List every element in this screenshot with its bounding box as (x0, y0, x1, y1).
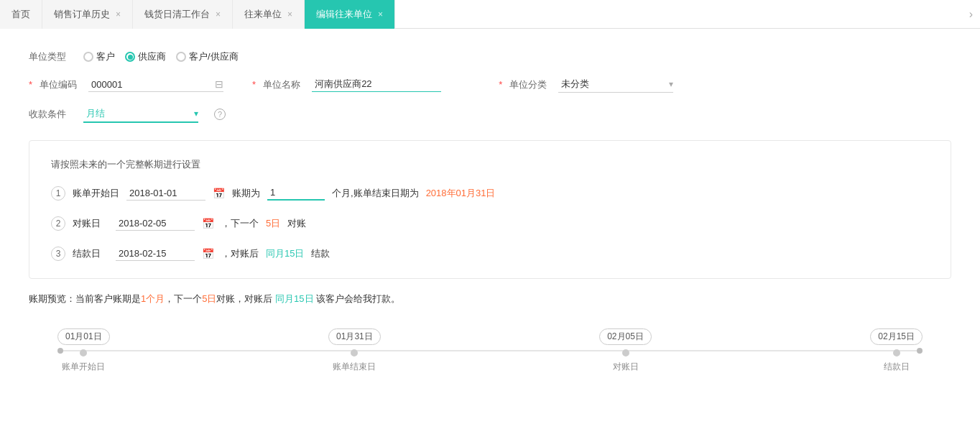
timeline-label-2: 对账日 (613, 361, 639, 373)
timeline-label-0: 账单开始日 (62, 361, 105, 373)
period-row-2-num: 2 (51, 216, 65, 231)
tab-sales-history-close[interactable]: × (116, 9, 121, 19)
period-row-3-label: 结款日 (73, 247, 108, 260)
period-row-2-cal-icon[interactable]: 📅 (202, 218, 214, 229)
payment-condition-chevron-icon: ▾ (194, 109, 198, 119)
period-row-2-label: 对账日 (73, 217, 108, 230)
tab-sales-history-label: 销售订单历史 (54, 8, 110, 21)
tab-home-label: 首页 (11, 8, 30, 21)
timeline-badge-3: 02月15日 (870, 328, 923, 345)
unit-category-star: * (499, 79, 502, 90)
timeline-dot-3 (893, 349, 900, 356)
period-row-3-cal-icon[interactable]: 📅 (202, 248, 214, 259)
radio-customer-supplier-label: 客户/供应商 (189, 50, 239, 63)
period-row-1-label: 账单开始日 (73, 187, 119, 200)
tab-edit-company[interactable]: 编辑往来单位 × (305, 0, 395, 29)
radio-customer-supplier-circle (176, 52, 186, 62)
preview-sep2: 对账，对账后 (216, 293, 272, 304)
timeline-item-3: 02月15日 结款日 (870, 328, 923, 373)
period-row-2-date[interactable] (116, 216, 195, 231)
period-card-title: 请按照未来的一个完整帐期进行设置 (51, 158, 929, 171)
tab-edit-company-close[interactable]: × (378, 9, 383, 19)
timeline-dot-2 (622, 349, 629, 356)
unit-type-radio-group: 客户 供应商 客户/供应商 (83, 50, 239, 63)
timeline-dot-0 (80, 349, 87, 356)
preview-sep1: ，下一个 (165, 293, 202, 304)
period-row-1-suffix-before: 账期为 (232, 187, 260, 200)
unit-category-chevron-icon: ▾ (669, 79, 673, 89)
tab-cash-work[interactable]: 钱货日清工作台 × (133, 0, 233, 29)
preview-reconcile: 5日 (202, 293, 216, 304)
period-month-input[interactable] (267, 185, 325, 201)
unit-code-star: * (29, 79, 32, 90)
period-row-2: 2 对账日 📅 ，下一个 5日 对账 (51, 216, 929, 231)
radio-customer-circle (83, 52, 93, 62)
period-row-1-date[interactable] (126, 186, 205, 201)
timeline-item-0: 01月01日 账单开始日 (57, 328, 110, 373)
period-row-1-highlight: 2018年01月31日 (426, 187, 496, 200)
unit-name-input[interactable] (312, 78, 441, 92)
timeline-badge-2: 02月05日 (599, 328, 652, 345)
tab-bar: 首页 销售订单历史 × 钱货日清工作台 × 往来单位 × 编辑往来单位 × › (0, 0, 980, 29)
timeline-badge-1: 01月31日 (328, 328, 381, 345)
payment-condition-label: 收款条件 (29, 108, 72, 121)
preview-text: 账期预览：当前客户账期是1个月，下一个5日对账，对账后 同月15日 该客户会给我… (29, 290, 951, 307)
preview-suffix: 该客户会给我打款。 (316, 293, 400, 304)
preview-period: 1个月 (141, 293, 165, 304)
radio-customer-supplier[interactable]: 客户/供应商 (176, 50, 239, 63)
unit-code-field: ⊟ (88, 78, 223, 92)
timeline-dot-1 (351, 349, 358, 356)
period-row-3-prefix: ，对账后 (221, 247, 259, 260)
period-row-1: 1 账单开始日 📅 账期为 个月,账单结束日期为 2018年01月31日 (51, 185, 929, 201)
radio-supplier[interactable]: 供应商 (125, 50, 166, 63)
period-row-2-highlight: 5日 (266, 217, 280, 230)
unit-info-row: * 单位编码 ⊟ * 单位名称 * 单位分类 未分类 ▾ (29, 76, 951, 93)
payment-condition-select[interactable]: 月结 ▾ (83, 106, 198, 123)
tab-more-chevron[interactable]: › (962, 8, 980, 21)
tab-related-company[interactable]: 往来单位 × (233, 0, 305, 29)
payment-condition-value: 月结 (83, 106, 191, 121)
tab-related-company-close[interactable]: × (287, 9, 292, 19)
period-row-1-suffix-after: 个月,账单结束日期为 (332, 187, 419, 200)
radio-supplier-circle (125, 52, 135, 62)
preview-payment: 同月15日 (275, 293, 313, 304)
unit-code-icon[interactable]: ⊟ (215, 78, 223, 90)
period-row-1-cal-icon[interactable]: 📅 (213, 188, 225, 199)
tab-home[interactable]: 首页 (0, 0, 42, 29)
radio-customer-label: 客户 (96, 50, 115, 63)
unit-category-select[interactable]: 未分类 ▾ (558, 76, 673, 93)
tab-related-company-label: 往来单位 (244, 8, 282, 21)
timeline: 01月01日 账单开始日 01月31日 账单结束日 02月05日 对账日 02月… (29, 321, 951, 380)
period-row-3: 3 结款日 📅 ，对账后 同月15日 结款 (51, 247, 929, 261)
period-row-3-suffix: 结款 (311, 247, 330, 260)
payment-condition-row: 收款条件 月结 ▾ ? (29, 106, 951, 123)
period-card: 请按照未来的一个完整帐期进行设置 1 账单开始日 📅 账期为 个月,账单结束日期… (29, 140, 951, 279)
unit-category-value: 未分类 (558, 76, 666, 92)
tab-edit-company-label: 编辑往来单位 (316, 8, 372, 21)
unit-name-label: 单位名称 (263, 78, 306, 91)
preview-label: 账期预览：当前客户账期是 (29, 293, 141, 304)
timeline-end-dot (917, 348, 923, 354)
timeline-label-3: 结款日 (884, 361, 910, 373)
timeline-item-2: 02月05日 对账日 (599, 328, 652, 373)
unit-type-row: 单位类型 客户 供应商 客户/供应商 (29, 50, 951, 63)
period-row-1-num: 1 (51, 186, 65, 201)
unit-category-label: 单位分类 (509, 78, 553, 91)
unit-name-star: * (252, 79, 256, 90)
tab-cash-work-close[interactable]: × (216, 9, 221, 19)
payment-help-icon[interactable]: ? (214, 109, 226, 120)
timeline-label-1: 账单结束日 (333, 361, 376, 373)
tab-cash-work-label: 钱货日清工作台 (144, 8, 210, 21)
unit-code-label: 单位编码 (40, 78, 83, 91)
timeline-items: 01月01日 账单开始日 01月31日 账单结束日 02月05日 对账日 02月… (57, 328, 923, 373)
period-row-3-date[interactable] (116, 247, 195, 261)
unit-code-input[interactable] (88, 78, 215, 91)
radio-supplier-dot (128, 55, 133, 60)
tab-sales-history[interactable]: 销售订单历史 × (42, 0, 133, 29)
timeline-start-dot (57, 348, 63, 354)
timeline-badge-0: 01月01日 (57, 328, 110, 345)
radio-customer[interactable]: 客户 (83, 50, 115, 63)
main-content: 单位类型 客户 供应商 客户/供应商 * 单位编码 (0, 29, 980, 437)
timeline-item-1: 01月31日 账单结束日 (328, 328, 381, 373)
period-row-2-prefix: ，下一个 (221, 217, 259, 230)
